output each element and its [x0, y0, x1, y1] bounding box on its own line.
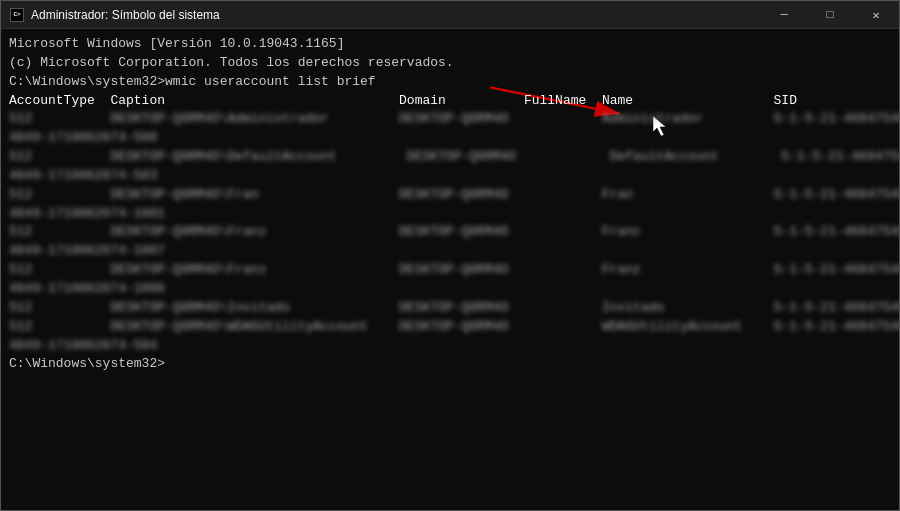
- console-line: 4049-1710062074-1007: [9, 242, 891, 261]
- console-line: 512 DESKTOP-Q0RM4O\WDAGUtilityAccount DE…: [9, 318, 891, 337]
- minimize-button[interactable]: ─: [761, 1, 807, 29]
- console-line: 512 DESKTOP-Q0RM4O\Administrador DESKTOP…: [9, 110, 891, 129]
- console-line: AccountType Caption Domain FullName Name…: [9, 92, 891, 111]
- console-line: 512 DESKTOP-Q0RM4O\Invitado DESKTOP-Q0RM…: [9, 299, 891, 318]
- close-button[interactable]: ✕: [853, 1, 899, 29]
- maximize-button[interactable]: □: [807, 1, 853, 29]
- window-controls: ─ □ ✕: [761, 1, 899, 29]
- console-line: 4049-1710062074-1006: [9, 280, 891, 299]
- console-line: (c) Microsoft Corporation. Todos los der…: [9, 54, 891, 73]
- console-output: Microsoft Windows [Versión 10.0.19043.11…: [1, 29, 899, 510]
- window-icon: [9, 7, 25, 23]
- console-line: 4049-1710062074-503: [9, 167, 891, 186]
- console-line: Microsoft Windows [Versión 10.0.19043.11…: [9, 35, 891, 54]
- console-line: 512 DESKTOP-Q0RM4O\Franz DESKTOP-Q0RM4O …: [9, 223, 891, 242]
- console-line: 4049-1710062074-500: [9, 129, 891, 148]
- console-line: 4049-1710062074-504: [9, 337, 891, 356]
- cmd-window: Administrador: Símbolo del sistema ─ □ ✕…: [0, 0, 900, 511]
- title-bar: Administrador: Símbolo del sistema ─ □ ✕: [1, 1, 899, 29]
- console-line: 512 DESKTOP-Q0RM4O\DefaultAccount DESKTO…: [9, 148, 891, 167]
- console-line: C:\Windows\system32>wmic useraccount lis…: [9, 73, 891, 92]
- console-line: 512 DESKTOP-Q0RM4O\Fran DESKTOP-Q0RM4O F…: [9, 186, 891, 205]
- console-line: C:\Windows\system32>: [9, 355, 891, 374]
- console-line: 4049-1710062074-1001: [9, 205, 891, 224]
- cmd-icon: [10, 8, 24, 22]
- console-line: 512 DESKTOP-Q0RM4O\Franz DESKTOP-Q0RM4O …: [9, 261, 891, 280]
